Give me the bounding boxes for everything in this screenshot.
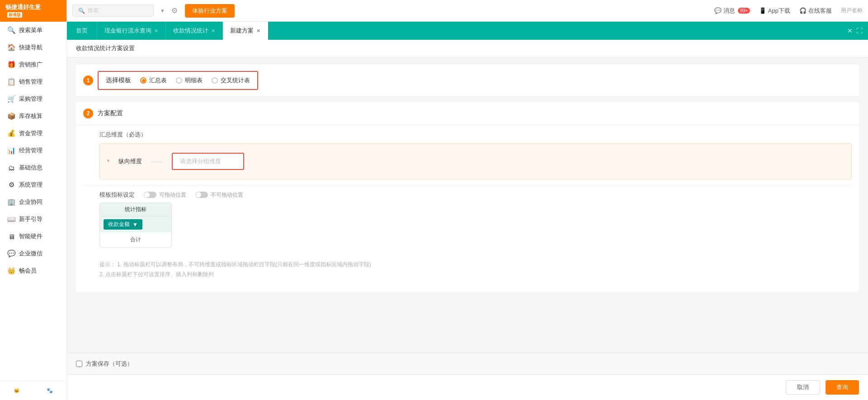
tab-new-plan-close[interactable]: ✕ [256, 28, 260, 34]
dimension-required-mark: * [107, 158, 109, 165]
logo-text: 畅捷通好生意 [5, 4, 41, 11]
tab-bank-flow[interactable]: 现金银行流水查询 ✕ [97, 22, 166, 40]
tab-collection-stats-label: 收款情况统计 [173, 27, 208, 35]
dimension-area: 汇总维度（必选） * 纵向维度 请选择分组维度 [76, 125, 859, 185]
step1-header: 1 选择模板 汇总表 明细表 [76, 65, 859, 97]
toggle2[interactable] [195, 192, 208, 198]
sidebar-item-purchase[interactable]: 🛒 采购管理 [0, 90, 66, 108]
tab-bar: 首页 现金银行流水查询 ✕ 收款情况统计 ✕ 新建方案 ✕ ✕ ⛶ [67, 22, 868, 40]
toggle1-text: 可拖动位置 [159, 191, 186, 199]
stats-tag[interactable]: 收款金额 ▼ [104, 219, 142, 230]
user-label: 用户名称 [841, 7, 863, 14]
enterprise-icon: 🏢 [7, 198, 15, 206]
step1-title: 选择模板 [106, 76, 131, 85]
cancel-button[interactable]: 取消 [786, 380, 820, 395]
sidebar-item-system[interactable]: ⚙ 系统管理 [0, 176, 66, 193]
service-item[interactable]: 🎧 在线客服 [799, 7, 832, 15]
marketing-icon: 🎁 [7, 61, 15, 69]
radio-cross-label: 交叉统计表 [221, 76, 250, 85]
sidebar-item-label: 资金管理 [19, 129, 42, 137]
quick-nav-icon: 🏠 [7, 43, 15, 52]
radio-summary[interactable]: 汇总表 [140, 76, 167, 85]
finance-icon: 💰 [7, 129, 15, 137]
sidebar-item-sales[interactable]: 📋 销售管理 [0, 73, 66, 90]
msg-item[interactable]: 💬 消息 99+ [714, 7, 750, 15]
app-download-item[interactable]: 📱 App下载 [759, 7, 790, 15]
topbar-arrow[interactable]: ▾ [161, 7, 164, 14]
sidebar-item-quick-nav[interactable]: 🏠 快捷导航 [0, 39, 66, 56]
tab-new-plan[interactable]: 新建方案 ✕ [223, 22, 268, 40]
sidebar-item-label: 销售管理 [19, 78, 42, 86]
sidebar-item-label: 经营管理 [19, 146, 42, 155]
sidebar-item-finance[interactable]: 💰 资金管理 [0, 125, 66, 142]
sidebar-item-operation[interactable]: 📊 经营管理 [0, 142, 66, 159]
sidebar-logo: 畅捷通好生意 标准版 [0, 0, 66, 22]
app-icon: 📱 [759, 7, 766, 14]
save-checkbox[interactable] [76, 361, 82, 367]
sidebar-bottom: 🐱 🐾 [0, 381, 66, 400]
step2-num: 2 [83, 108, 93, 118]
sidebar-item-label: 企业微信 [19, 249, 42, 258]
tab-collection-stats-close[interactable]: ✕ [211, 28, 215, 34]
tab-window-btns: ✕ ⛶ [842, 27, 868, 34]
radio-cross[interactable]: 交叉统计表 [212, 76, 250, 85]
toggle2-label: 不可拖动位置 [195, 191, 243, 199]
sidebar-item-label: 搜索菜单 [19, 26, 42, 34]
sidebar-item-search-menu[interactable]: 🔍 搜索菜单 [0, 22, 66, 39]
sidebar: 畅捷通好生意 标准版 🔍 搜索菜单 🏠 快捷导航 🎁 营销推广 📋 销售管理 🛒… [0, 0, 67, 400]
sidebar-item-label: 新手引导 [19, 215, 42, 223]
close-window-btn[interactable]: ✕ [847, 27, 853, 34]
sidebar-item-inventory[interactable]: 📦 库存核算 [0, 108, 66, 125]
sidebar-item-label: 库存核算 [19, 112, 42, 120]
page-footer: 方案保存（可选） [67, 353, 868, 374]
sidebar-item-label: 系统管理 [19, 181, 42, 189]
msg-icon: 💬 [714, 7, 722, 14]
dimension-input[interactable]: 请选择分组维度 [172, 153, 244, 170]
toggle1[interactable] [144, 192, 156, 198]
dimension-selector: * 纵向维度 请选择分组维度 [99, 143, 852, 179]
query-button[interactable]: 查询 [826, 380, 859, 395]
radio-summary-label: 汇总表 [149, 76, 167, 85]
sidebar-item-guide[interactable]: 📖 新手引导 [0, 211, 66, 228]
sidebar-item-label: 企业协同 [19, 198, 42, 206]
page-header: 收款情况统计方案设置 [67, 40, 868, 57]
tab-home[interactable]: 首页 [67, 22, 97, 40]
tab-bank-flow-close[interactable]: ✕ [154, 28, 158, 34]
stats-header: 统计指标 [100, 203, 171, 216]
sidebar-bottom-item1[interactable]: 🐱 [0, 385, 33, 396]
sidebar-item-label: 畅会员 [19, 267, 37, 275]
template-options-box: 选择模板 汇总表 明细表 交叉统计表 [98, 71, 258, 90]
logo-badge: 标准版 [7, 12, 22, 18]
sidebar-item-marketing[interactable]: 🎁 营销推广 [0, 56, 66, 73]
topbar: 🔍 搜索 ▾ ⚙ 体验行业方案 💬 消息 99+ 📱 App下载 🎧 在线客服 … [67, 0, 868, 22]
sidebar-item-member[interactable]: 👑 畅会员 [0, 262, 66, 279]
stats-tag-row: 收款金额 ▼ [100, 216, 171, 232]
sidebar-item-enterprise[interactable]: 🏢 企业协同 [0, 193, 66, 211]
topbar-search[interactable]: 🔍 搜索 [72, 5, 154, 17]
topbar-right: 💬 消息 99+ 📱 App下载 🎧 在线客服 用户名称 [714, 7, 863, 15]
metrics-title: 模板指标设定 [99, 191, 135, 199]
dimension-arrow [151, 158, 163, 165]
sidebar-item-label: 采购管理 [19, 95, 42, 103]
dimension-row-label: 纵向维度 [118, 157, 142, 165]
tab-collection-stats[interactable]: 收款情况统计 ✕ [166, 22, 223, 40]
radio-detail[interactable]: 明细表 [176, 76, 203, 85]
sidebar-item-hardware[interactable]: 🖥 智能硬件 [0, 228, 66, 245]
topbar-gear-icon[interactable]: ⚙ [171, 6, 178, 15]
service-icon: 🎧 [799, 7, 807, 14]
industry-btn[interactable]: 体验行业方案 [185, 4, 235, 18]
sidebar-item-basic-info[interactable]: 🗂 基础信息 [0, 159, 66, 176]
save-label: 方案保存（可选） [86, 360, 133, 368]
search-text: 搜索 [88, 7, 99, 14]
tip1: 提示： 1. 拖动标题栏可以调整布局，不可跨维度或指标区域拖动栏目字段(只能在同… [99, 260, 852, 270]
sidebar-bottom-item2[interactable]: 🐾 [33, 385, 67, 396]
sidebar-item-label: 智能硬件 [19, 232, 42, 240]
operation-icon: 📊 [7, 146, 15, 155]
maximize-window-btn[interactable]: ⛶ [856, 27, 863, 34]
metrics-area: 模板指标设定 可拖动位置 不可拖动位置 统计指标 [76, 185, 859, 254]
stats-row: 合计 [100, 232, 171, 247]
sidebar-item-label: 快捷导航 [19, 43, 42, 52]
stats-tag-label: 收款金额 [108, 221, 130, 228]
purchase-icon: 🛒 [7, 95, 15, 103]
sidebar-item-weixin[interactable]: 💬 企业微信 [0, 245, 66, 262]
